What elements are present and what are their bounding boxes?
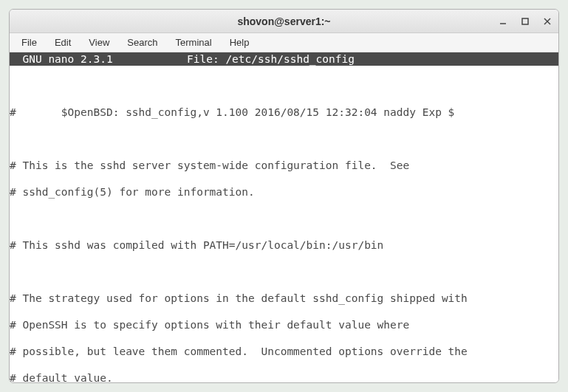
menu-help[interactable]: Help — [222, 35, 257, 50]
nano-file-label: File: /etc/ssh/sshd_config — [187, 52, 355, 66]
line: # possible, but leave them commented. Un… — [10, 345, 558, 358]
titlebar: shovon@server1:~ — [10, 10, 558, 33]
svg-rect-1 — [522, 18, 528, 24]
line: # OpenSSH is to specify options with the… — [10, 318, 558, 331]
menubar: File Edit View Search Terminal Help — [10, 33, 558, 52]
line: # default value. — [10, 371, 558, 382]
menu-search[interactable]: Search — [120, 35, 165, 50]
menu-file[interactable]: File — [14, 35, 44, 50]
close-button[interactable] — [541, 15, 554, 28]
file-content: # $OpenBSD: sshd_config,v 1.100 2016/08/… — [10, 66, 558, 382]
line: # $OpenBSD: sshd_config,v 1.100 2016/08/… — [10, 106, 558, 119]
line: # This sshd was compiled with PATH=/usr/… — [10, 238, 558, 252]
terminal-area[interactable]: GNU nano 2.3.1 File: /etc/ssh/sshd_confi… — [10, 52, 558, 382]
window-title: shovon@server1:~ — [237, 16, 330, 27]
minimize-button[interactable] — [496, 15, 510, 28]
menu-edit[interactable]: Edit — [47, 35, 78, 50]
nano-app-name: GNU nano 2.3.1 — [10, 52, 187, 66]
menu-view[interactable]: View — [81, 35, 117, 50]
window-controls — [496, 15, 554, 28]
line: # This is the sshd server system-wide co… — [10, 159, 558, 172]
menu-terminal[interactable]: Terminal — [168, 35, 219, 50]
line: # The strategy used for options in the d… — [10, 292, 558, 305]
line: # sshd_config(5) for more information. — [10, 185, 558, 199]
maximize-button[interactable] — [519, 15, 532, 28]
terminal-window: shovon@server1:~ File Edit View Search T… — [9, 9, 559, 383]
nano-header: GNU nano 2.3.1 File: /etc/ssh/sshd_confi… — [10, 52, 558, 66]
